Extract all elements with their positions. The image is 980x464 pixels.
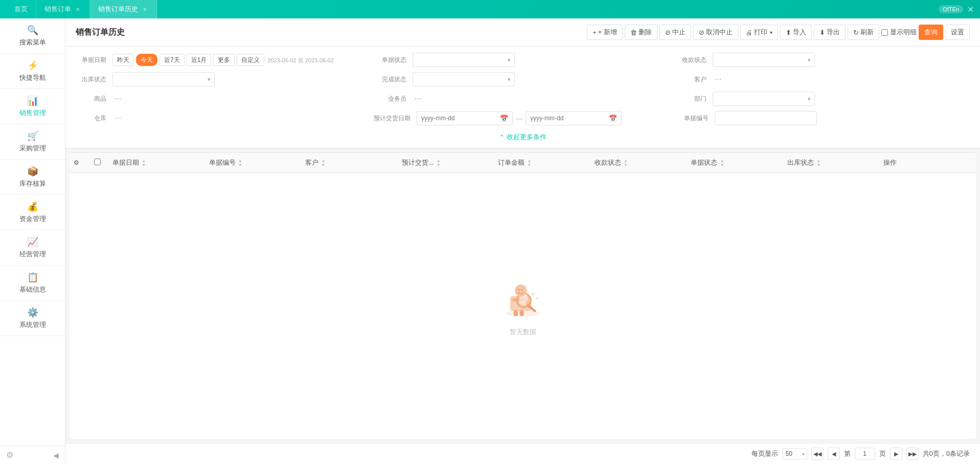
cal-icon-start: 📅: [500, 115, 508, 122]
col-date[interactable]: 单据日期 ▲▼: [108, 153, 205, 173]
tab-home[interactable]: 首页: [6, 0, 36, 18]
export-button[interactable]: ⬇ 导出: [814, 25, 846, 40]
more-btn[interactable]: 更多: [213, 54, 235, 66]
col-customer[interactable]: 客户 ▲▼: [301, 153, 398, 173]
today-btn[interactable]: 今天: [136, 54, 157, 66]
sidebar-collapse-icon[interactable]: ◀: [53, 451, 59, 459]
window-close-icon[interactable]: ✕: [967, 5, 974, 14]
cancel-stop-button[interactable]: ⊘ 取消中止: [693, 25, 738, 40]
sidebar-label-operations: 经营管理: [19, 250, 46, 259]
receipt-select[interactable]: [713, 53, 815, 67]
last1m-btn[interactable]: 近1月: [187, 54, 212, 66]
sidebar-settings-icon[interactable]: ⚙: [6, 450, 13, 460]
sidebar-item-quick-nav[interactable]: ⚡ 快捷导航: [0, 54, 65, 89]
delete-button[interactable]: 🗑 删除: [625, 25, 657, 40]
data-table: ⚙ 单据日期 ▲▼ 单据编号 ▲▼ 客户 ▲▼: [70, 152, 976, 173]
tab-sales-order[interactable]: 销售订单✕: [36, 0, 90, 18]
empty-text: 暂无数据: [510, 327, 536, 337]
stop-icon: ⊘: [665, 29, 671, 36]
salesman-control: ···: [413, 94, 670, 103]
sidebar-icon-operations: 📈: [27, 236, 38, 248]
sidebar-item-system[interactable]: ⚙️ 系统管理: [0, 301, 65, 336]
yesterday-btn[interactable]: 昨天: [112, 54, 134, 66]
table-header-row: ⚙ 单据日期 ▲▼ 单据编号 ▲▼ 客户 ▲▼: [70, 153, 976, 173]
stop-button[interactable]: ⊘ 中止: [659, 25, 691, 40]
date-range-text: 2023-06-02 至 2023-06-02: [267, 57, 334, 64]
sidebar-item-search-menu[interactable]: 🔍 搜索菜单: [0, 18, 65, 54]
tab-close-sales-order[interactable]: ✕: [74, 6, 81, 13]
svg-text:✦: ✦: [535, 295, 539, 301]
receipt-select-wrapper: [713, 53, 815, 67]
cancel-stop-icon: ⊘: [699, 29, 704, 36]
sidebar-item-purchase-mgmt[interactable]: 🛒 采购管理: [0, 124, 65, 160]
dept-label: 部门: [676, 95, 706, 103]
collapse-button[interactable]: ⌃ 收起更多条件: [76, 130, 970, 142]
first-page-btn[interactable]: ◀◀: [811, 448, 824, 460]
sort-icon-receipt: ▲▼: [624, 159, 628, 167]
complete-status-control: [413, 72, 670, 86]
sidebar-label-sales-mgmt: 销售管理: [19, 108, 46, 118]
complete-select[interactable]: [413, 72, 515, 86]
show-detail-checkbox[interactable]: [881, 29, 888, 36]
settings-button[interactable]: 设置: [945, 25, 970, 40]
col-receipt-status[interactable]: 收款状态 ▲▼: [590, 153, 687, 173]
sidebar-item-inventory[interactable]: 📦 库存核算: [0, 160, 65, 195]
next-page-btn[interactable]: ▶: [890, 448, 902, 460]
product-picker[interactable]: ···: [112, 94, 123, 103]
dept-select[interactable]: [713, 92, 815, 106]
sidebar-label-search-menu: 搜索菜单: [19, 38, 46, 47]
out-status-label: 出库状态: [76, 75, 106, 84]
import-button[interactable]: ⬆ 导入: [780, 25, 812, 40]
col-settings[interactable]: ⚙: [70, 153, 90, 173]
import-icon: ⬆: [786, 29, 791, 36]
query-button[interactable]: 查询: [919, 25, 943, 40]
print-button[interactable]: 🖨 打印 ▾: [740, 25, 778, 40]
sidebar-label-purchase-mgmt: 采购管理: [19, 144, 46, 153]
sidebar-item-sales-mgmt[interactable]: 📊 销售管理: [0, 89, 65, 124]
sidebar-label-basic-info: 基础信息: [19, 285, 46, 294]
sidebar-item-basic-info[interactable]: 📋 基础信息: [0, 266, 65, 301]
export-icon: ⬇: [819, 29, 825, 36]
expected-date-end-wrapper: 📅: [526, 111, 622, 125]
last7-btn[interactable]: 近7天: [159, 54, 185, 66]
col-order-no[interactable]: 单据编号 ▲▼: [205, 153, 302, 173]
tab-close-sales-order-history[interactable]: ✕: [141, 6, 148, 13]
refresh-button[interactable]: ↻ 刷新: [848, 25, 879, 40]
new-button[interactable]: + + 新增: [587, 25, 623, 40]
sidebar-icon-search-menu: 🔍: [27, 25, 38, 36]
col-out-status[interactable]: 出库状态 ▲▼: [783, 153, 880, 173]
sidebar-item-finance[interactable]: 💰 资金管理: [0, 195, 65, 230]
sidebar-item-operations[interactable]: 📈 经营管理: [0, 230, 65, 266]
date-separator: —: [516, 115, 522, 122]
tab-sales-order-history[interactable]: 销售订单历史✕: [90, 0, 157, 18]
select-all-checkbox[interactable]: [94, 159, 101, 165]
total-info: 共0页，0条记录: [923, 449, 970, 458]
last-page-btn[interactable]: ▶▶: [906, 448, 919, 460]
prev-page-btn[interactable]: ◀: [828, 448, 840, 460]
warehouse-picker[interactable]: ···: [112, 114, 123, 123]
out-select[interactable]: [112, 72, 215, 86]
refresh-icon: ↻: [853, 29, 859, 36]
toolbar: + + 新增 🗑 删除 ⊘ 中止 ⊘ 取消中止: [587, 25, 970, 40]
col-amount[interactable]: 订单金额 ▲▼: [494, 153, 590, 173]
status-select[interactable]: [413, 53, 515, 67]
col-checkbox[interactable]: [90, 153, 108, 173]
customer-picker[interactable]: ···: [713, 75, 723, 84]
sort-icon-amount: ▲▼: [528, 159, 532, 167]
custom-btn[interactable]: 自定义: [237, 54, 264, 66]
expected-date-end[interactable]: [530, 115, 607, 122]
col-order-status[interactable]: 单据状态 ▲▼: [687, 153, 783, 173]
col-expected[interactable]: 预计交货... ▲▼: [398, 153, 494, 173]
date-display-area: 2023-06-02 至 2023-06-02: [267, 56, 334, 64]
salesman-picker[interactable]: ···: [413, 94, 423, 103]
order-no-input[interactable]: [715, 111, 817, 125]
sidebar-icon-sales-mgmt: 📊: [27, 95, 38, 106]
dept-select-wrapper: [713, 92, 815, 106]
print-arrow: ▾: [770, 30, 772, 35]
sidebar-label-quick-nav: 快捷导航: [19, 73, 46, 82]
per-page-select[interactable]: 50 10 20 100: [782, 448, 807, 459]
page-input[interactable]: [855, 448, 875, 460]
expected-date-start[interactable]: [421, 115, 498, 122]
sidebar-label-inventory: 库存核算: [19, 179, 46, 188]
show-detail-label[interactable]: 显示明细: [881, 28, 917, 37]
